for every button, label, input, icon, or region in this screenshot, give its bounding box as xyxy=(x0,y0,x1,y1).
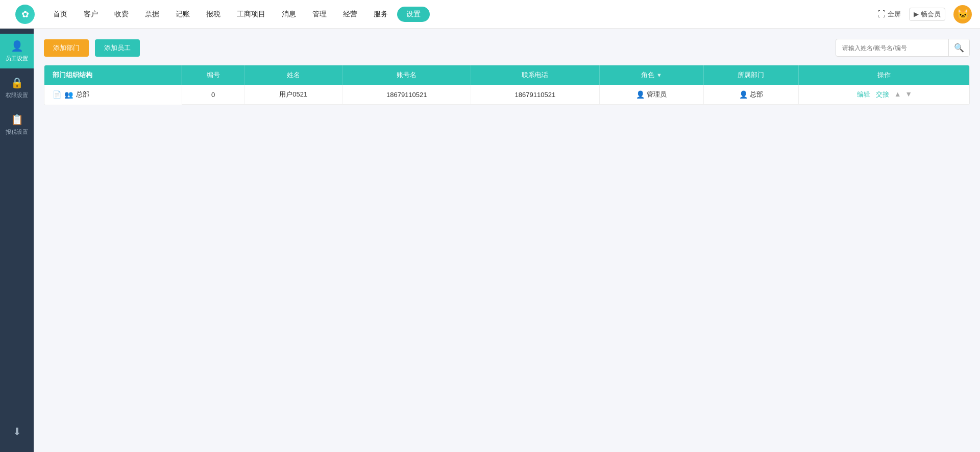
role-user-icon: 👤 xyxy=(636,90,645,99)
fullscreen-label: 全屏 xyxy=(888,10,901,19)
permission-icon: 🔒 xyxy=(11,77,23,89)
scroll-down-button[interactable]: ▼ xyxy=(904,90,913,98)
col-phone: 联系电话 xyxy=(471,65,600,85)
table-row: 0 用户0521 18679110521 18679110521 👤 管理员 xyxy=(182,85,969,105)
tree-header: 部门组织结构 xyxy=(44,65,182,85)
employee-table: 编号 姓名 账号名 联系电话 角色 ▼ 所属部门 操作 xyxy=(182,65,969,105)
col-actions: 操作 xyxy=(798,65,969,85)
sidebar-item-employee[interactable]: 👤 员工设置 xyxy=(0,34,34,68)
search-icon: 🔍 xyxy=(954,43,964,52)
vip-icon: ▶ xyxy=(914,10,919,18)
content-area: 部门组织结构 📄 👥 总部 编号 姓名 账号名 联系电话 xyxy=(44,65,970,105)
add-employee-button[interactable]: 添加员工 xyxy=(95,39,140,57)
cell-account: 18679110521 xyxy=(342,85,471,105)
tree-panel: 部门组织结构 📄 👥 总部 xyxy=(44,65,182,105)
nav-operation[interactable]: 经营 xyxy=(336,7,364,22)
toolbar: 添加部门 添加员工 🔍 xyxy=(44,39,970,57)
user-group-icon: 👥 xyxy=(64,90,73,99)
nav-home[interactable]: 首页 xyxy=(46,7,75,22)
nav-business[interactable]: 工商项目 xyxy=(230,7,273,22)
nav-settings[interactable]: 设置 xyxy=(397,7,430,22)
col-account: 账号名 xyxy=(342,65,471,85)
filter-icon[interactable]: ▼ xyxy=(656,72,662,78)
col-role-label: 角色 xyxy=(641,70,654,80)
file-icon: 📄 xyxy=(53,90,61,99)
cell-phone: 18679110521 xyxy=(471,85,600,105)
nav-message[interactable]: 消息 xyxy=(275,7,303,22)
role-label: 管理员 xyxy=(647,90,667,99)
dept-user-icon: 👤 xyxy=(739,90,748,99)
cell-dept: 👤 总部 xyxy=(704,85,798,105)
top-navigation: ✿ 首页 客户 收费 票据 记账 报税 工商项目 消息 管理 经营 服务 设置 … xyxy=(0,0,980,29)
cell-role: 👤 管理员 xyxy=(599,85,704,105)
sidebar-download-button[interactable]: ⬇ xyxy=(0,419,34,444)
nav-items: 首页 客户 收费 票据 记账 报税 工商项目 消息 管理 经营 服务 设置 xyxy=(46,7,877,22)
main-content: 添加部门 添加员工 🔍 部门组织结构 📄 👥 总部 xyxy=(34,29,980,452)
sidebar-label-employee: 员工设置 xyxy=(6,55,28,62)
nav-manage[interactable]: 管理 xyxy=(305,7,334,22)
vip-label: 畅会员 xyxy=(921,10,941,19)
search-button[interactable]: 🔍 xyxy=(948,39,969,56)
cell-actions: 编辑 交接 ▲ ▼ xyxy=(798,85,969,105)
handover-button[interactable]: 交接 xyxy=(876,90,889,98)
nav-invoice[interactable]: 票据 xyxy=(138,7,166,22)
nav-service[interactable]: 服务 xyxy=(366,7,395,22)
sidebar-item-tax-settings[interactable]: 📋 报税设置 xyxy=(0,107,34,142)
dept-label: 总部 xyxy=(750,90,763,99)
cell-id: 0 xyxy=(182,85,244,105)
nav-client[interactable]: 客户 xyxy=(77,7,105,22)
tree-item-root[interactable]: 📄 👥 总部 xyxy=(44,85,182,104)
col-dept: 所属部门 xyxy=(704,65,798,85)
sidebar-item-permission[interactable]: 🔒 权限设置 xyxy=(0,70,34,105)
nav-billing[interactable]: 收费 xyxy=(107,7,136,22)
vip-button[interactable]: ▶ 畅会员 xyxy=(909,8,945,21)
search-box: 🔍 xyxy=(836,39,970,57)
scroll-up-button[interactable]: ▲ xyxy=(893,90,902,98)
add-dept-button[interactable]: 添加部门 xyxy=(44,39,89,57)
avatar[interactable]: 🐱 xyxy=(953,5,972,23)
tree-item-label: 总部 xyxy=(76,90,89,99)
tax-settings-icon: 📋 xyxy=(11,113,23,126)
employee-icon: 👤 xyxy=(11,40,23,52)
sidebar-label-permission: 权限设置 xyxy=(6,91,28,99)
logo: ✿ xyxy=(8,5,42,24)
table-panel: 编号 姓名 账号名 联系电话 角色 ▼ 所属部门 操作 xyxy=(182,65,969,105)
col-role[interactable]: 角色 ▼ xyxy=(599,65,704,85)
col-id: 编号 xyxy=(182,65,244,85)
nav-accounting[interactable]: 记账 xyxy=(168,7,197,22)
nav-right: ⛶ 全屏 ▶ 畅会员 🐱 xyxy=(877,5,972,23)
search-input[interactable] xyxy=(836,41,948,55)
col-name: 姓名 xyxy=(244,65,342,85)
main-layout: 👤 员工设置 🔒 权限设置 📋 报税设置 ⬇ 添加部门 添加员工 🔍 xyxy=(0,29,980,452)
download-icon: ⬇ xyxy=(13,425,21,438)
logo-icon: ✿ xyxy=(15,5,35,24)
sidebar-bottom: ⬇ xyxy=(0,419,34,452)
sidebar-label-tax-settings: 报税设置 xyxy=(6,128,28,136)
fullscreen-icon: ⛶ xyxy=(877,10,886,19)
nav-tax[interactable]: 报税 xyxy=(199,7,228,22)
edit-button[interactable]: 编辑 xyxy=(857,90,870,98)
fullscreen-button[interactable]: ⛶ 全屏 xyxy=(877,10,901,19)
cell-name: 用户0521 xyxy=(244,85,342,105)
sidebar: 👤 员工设置 🔒 权限设置 📋 报税设置 ⬇ xyxy=(0,29,34,452)
